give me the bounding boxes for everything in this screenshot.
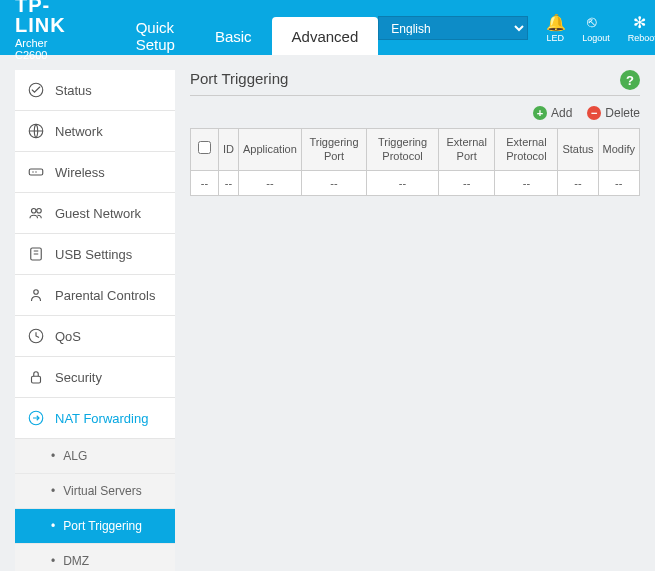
add-icon: + [533, 106, 547, 120]
logout-label: Logout [582, 33, 610, 43]
header-bar: TP-LINK Archer C2600 Quick Setup Basic A… [0, 0, 655, 55]
sidebar-label: NAT Forwarding [55, 411, 148, 426]
security-icon [27, 368, 45, 386]
svg-point-3 [32, 209, 37, 214]
sidebar-label: Network [55, 124, 103, 139]
sidebar-label: QoS [55, 329, 81, 344]
table-empty-row: -- -- -- -- -- -- -- -- -- [191, 170, 640, 195]
empty-cell: -- [301, 170, 366, 195]
model-text: Archer C2600 [15, 37, 66, 61]
logout-icon: ⎋ [587, 13, 605, 31]
svg-point-4 [37, 209, 42, 214]
empty-cell: -- [558, 170, 598, 195]
sidebar-item-status[interactable]: Status [15, 70, 175, 111]
header-application: Application [239, 129, 302, 171]
tab-basic[interactable]: Basic [195, 17, 272, 55]
status-icon [27, 81, 45, 99]
subitem-virtual-servers[interactable]: Virtual Servers [15, 474, 175, 509]
svg-rect-8 [32, 376, 41, 383]
logo-text: TP-LINK [15, 0, 66, 35]
header-right: English 🔔 LED ⎋ Logout ✻ Reboot [378, 13, 655, 43]
table-header-row: ID Application Triggering Port Triggerin… [191, 129, 640, 171]
header-triggering-port: Triggering Port [301, 129, 366, 171]
divider [190, 95, 640, 96]
sidebar-item-nat-forwarding[interactable]: NAT Forwarding [15, 398, 175, 439]
led-icon: 🔔 [546, 13, 564, 31]
reboot-button[interactable]: ✻ Reboot [628, 13, 655, 43]
sidebar-label: USB Settings [55, 247, 132, 262]
empty-cell: -- [598, 170, 639, 195]
header-status: Status [558, 129, 598, 171]
sidebar-item-qos[interactable]: QoS [15, 316, 175, 357]
language-select[interactable]: English [378, 16, 528, 40]
sidebar-item-guest-network[interactable]: Guest Network [15, 193, 175, 234]
wireless-icon [27, 163, 45, 181]
logout-button[interactable]: ⎋ Logout [582, 13, 610, 43]
header-external-port: External Port [438, 129, 495, 171]
tab-quick-setup[interactable]: Quick Setup [116, 17, 195, 55]
empty-cell: -- [438, 170, 495, 195]
header-id: ID [219, 129, 239, 171]
nat-icon [27, 409, 45, 427]
sidebar-label: Wireless [55, 165, 105, 180]
sidebar-label: Parental Controls [55, 288, 155, 303]
reboot-icon: ✻ [633, 13, 651, 31]
empty-cell: -- [191, 170, 219, 195]
select-all-checkbox[interactable] [198, 141, 211, 154]
qos-icon [27, 327, 45, 345]
sidebar-item-network[interactable]: Network [15, 111, 175, 152]
usb-icon [27, 245, 45, 263]
empty-cell: -- [495, 170, 558, 195]
sidebar-item-usb-settings[interactable]: USB Settings [15, 234, 175, 275]
sidebar-item-security[interactable]: Security [15, 357, 175, 398]
nav-tabs: Quick Setup Basic Advanced [116, 0, 379, 55]
empty-cell: -- [239, 170, 302, 195]
delete-icon: − [587, 106, 601, 120]
sidebar-label: Guest Network [55, 206, 141, 221]
port-triggering-table: ID Application Triggering Port Triggerin… [190, 128, 640, 196]
delete-label: Delete [605, 106, 640, 120]
svg-point-6 [34, 290, 39, 295]
sidebar-label: Status [55, 83, 92, 98]
table-actions: + Add − Delete [190, 106, 640, 120]
reboot-label: Reboot [628, 33, 655, 43]
led-label: LED [547, 33, 565, 43]
nat-subitems: ALG Virtual Servers Port Triggering DMZ … [15, 439, 175, 571]
main-content: ? Port Triggering + Add − Delete ID Appl… [190, 70, 640, 196]
empty-cell: -- [219, 170, 239, 195]
tab-advanced[interactable]: Advanced [272, 17, 379, 55]
header-modify: Modify [598, 129, 639, 171]
sidebar-label: Security [55, 370, 102, 385]
guest-icon [27, 204, 45, 222]
header-external-protocol: External Protocol [495, 129, 558, 171]
network-icon [27, 122, 45, 140]
logo-area: TP-LINK Archer C2600 [15, 0, 66, 61]
delete-button[interactable]: − Delete [587, 106, 640, 120]
container: Status Network Wireless Guest Network US… [0, 55, 655, 571]
subitem-dmz[interactable]: DMZ [15, 544, 175, 571]
subitem-alg[interactable]: ALG [15, 439, 175, 474]
help-button[interactable]: ? [620, 70, 640, 90]
add-button[interactable]: + Add [533, 106, 572, 120]
sidebar-item-parental-controls[interactable]: Parental Controls [15, 275, 175, 316]
page-title: Port Triggering [190, 70, 640, 87]
sidebar: Status Network Wireless Guest Network US… [15, 70, 175, 571]
led-button[interactable]: 🔔 LED [546, 13, 564, 43]
header-triggering-protocol: Triggering Protocol [367, 129, 439, 171]
subitem-port-triggering[interactable]: Port Triggering [15, 509, 175, 544]
sidebar-item-wireless[interactable]: Wireless [15, 152, 175, 193]
parental-icon [27, 286, 45, 304]
header-checkbox-cell [191, 129, 219, 171]
empty-cell: -- [367, 170, 439, 195]
add-label: Add [551, 106, 572, 120]
